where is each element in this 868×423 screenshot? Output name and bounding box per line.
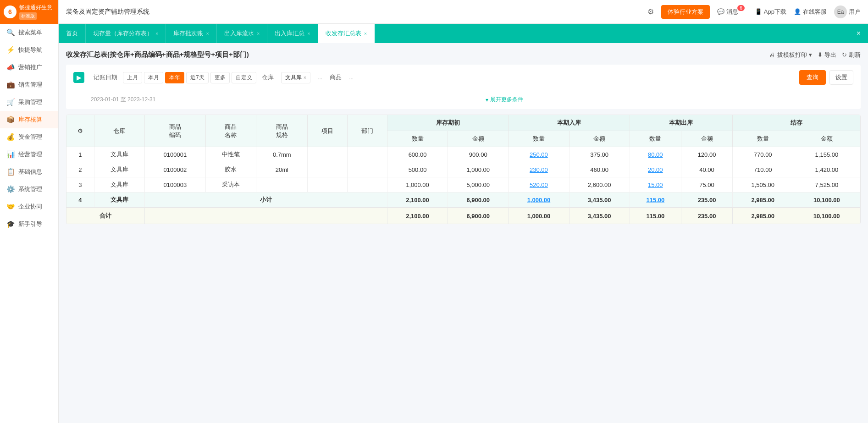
date-range-display: 2023-01-01 至 2023-12-31 <box>91 96 155 104</box>
export-button[interactable]: ⬇ 导出 <box>818 51 836 59</box>
st-out-qty[interactable]: 115.00 <box>630 192 681 208</box>
expand-conditions-button[interactable]: ▾ 展开更多条件 <box>486 96 523 104</box>
sidebar-item-marketing[interactable]: 📣营销推广 <box>0 59 58 76</box>
sidebar-item-operations[interactable]: 📊经营管理 <box>0 146 58 163</box>
sidebar-item-sales[interactable]: 💼销售管理 <box>0 76 58 93</box>
cell-in-amt: 460.00 <box>569 162 630 177</box>
cell-in-qty[interactable]: 230.00 <box>509 162 569 177</box>
tab-batch[interactable]: 库存批次账× <box>166 24 216 43</box>
cell-dept <box>348 147 387 162</box>
sidebar-item-capital[interactable]: 💰资金管理 <box>0 128 58 146</box>
cell-in-qty[interactable]: 250.00 <box>509 147 569 162</box>
th-begin-qty: 数量 <box>387 131 448 147</box>
inventory-icon: 📦 <box>6 115 15 124</box>
cell-begin-amt: 900.00 <box>448 147 509 162</box>
tab-label-flow: 出入库流水 <box>224 29 254 38</box>
tab-close-stock_dist[interactable]: × <box>155 31 158 36</box>
tab-close-flow[interactable]: × <box>257 31 260 36</box>
table-row: 1 文具库 0100001 中性笔 0.7mm 600.00 900.00 25… <box>66 147 860 162</box>
query-button[interactable]: 查询 <box>799 70 826 85</box>
st-label: 小计 <box>145 192 387 208</box>
message-badge: 6 <box>737 5 745 11</box>
page-action-area: 🖨 拔模板打印 ▾ ⬇ 导出 ↻ 刷新 <box>769 51 861 59</box>
message-button[interactable]: 💬 消息 6 <box>717 8 747 16</box>
cell-begin-qty: 600.00 <box>387 147 448 162</box>
th-in-qty: 数量 <box>509 131 569 147</box>
date-btn-近7天[interactable]: 近7天 <box>186 72 209 83</box>
sidebar-item-collab[interactable]: 🤝企业协同 <box>0 198 58 215</box>
tab-label-home: 首页 <box>66 29 78 38</box>
cell-code: 0100001 <box>145 147 205 162</box>
tab-stock_dist[interactable]: 现存量（库存分布表）× <box>86 24 166 43</box>
sidebar-item-quick[interactable]: ⚡快捷导航 <box>0 41 58 59</box>
footer-out-amt: 235.00 <box>681 208 732 224</box>
table-row: 3 文具库 0100003 采访本 1,000.00 5,000.00 520.… <box>66 177 860 192</box>
th-balance: 结存 <box>733 115 860 131</box>
th-name: 商品名称 <box>205 115 256 147</box>
th-settings[interactable]: ⚙ <box>66 115 94 147</box>
cell-name: 采访本 <box>205 177 256 192</box>
footer-bal-amt: 10,100.00 <box>793 208 860 224</box>
cell-bal-amt: 1,155.00 <box>793 147 860 162</box>
tab-close-summary[interactable]: × <box>307 31 310 36</box>
basicinfo-icon: 📋 <box>6 168 15 176</box>
th-in-amt: 金额 <box>569 131 630 147</box>
st-in-qty[interactable]: 1,000.00 <box>509 192 569 208</box>
st-no: 4 <box>66 192 94 208</box>
cell-in-qty[interactable]: 520.00 <box>509 177 569 192</box>
date-btn-本年[interactable]: 本年 <box>165 72 184 83</box>
st-begin-amt: 6,900.00 <box>448 192 509 208</box>
sidebar-item-inventory[interactable]: 📦库存核算 <box>0 111 58 128</box>
goods-more-dots[interactable]: ... <box>349 74 354 81</box>
cell-code: 0100002 <box>145 162 205 177</box>
app-download-button[interactable]: 📱 App下载 <box>755 8 786 16</box>
date-btn-自定义[interactable]: 自定义 <box>232 72 256 83</box>
date-btn-更多[interactable]: 更多 <box>210 72 230 83</box>
date-btn-上月[interactable]: 上月 <box>123 72 142 83</box>
print-button[interactable]: 🖨 拔模板打印 ▾ <box>769 51 812 59</box>
settings-gear-icon[interactable]: ⚙ <box>647 7 654 16</box>
cell-project <box>308 177 348 192</box>
cell-project <box>308 147 348 162</box>
cell-out-qty[interactable]: 20.00 <box>630 162 681 177</box>
tab-close-recv_summary[interactable]: × <box>364 31 367 36</box>
th-period-in: 本期入库 <box>509 115 630 131</box>
sidebar-item-purchase[interactable]: 🛒采购管理 <box>0 93 58 111</box>
cell-out-qty[interactable]: 15.00 <box>630 177 681 192</box>
sidebar-item-guide[interactable]: 🎓新手引导 <box>0 215 58 233</box>
user-button[interactable]: Ea 用户 <box>834 5 861 18</box>
date-buttons: 上月本月本年近7天更多自定义 <box>123 72 256 83</box>
chevron-down-icon: ▾ <box>809 51 812 58</box>
st-in-amt: 3,435.00 <box>569 192 630 208</box>
trial-button[interactable]: 体验行业方案 <box>661 5 710 19</box>
filter-settings-button[interactable]: 设置 <box>829 70 853 85</box>
tab-close-batch[interactable]: × <box>206 31 209 36</box>
st-begin-qty: 2,100.00 <box>387 192 448 208</box>
tab-bar-close-all[interactable]: × <box>849 29 868 38</box>
cell-begin-amt: 5,000.00 <box>448 177 509 192</box>
warehouse-tag[interactable]: 文具库 × <box>281 72 310 83</box>
online-service-button[interactable]: 👤 在线客服 <box>794 8 827 16</box>
tab-recv_summary[interactable]: 收发存汇总表× <box>318 24 375 43</box>
tab-summary[interactable]: 出入库汇总× <box>267 24 318 43</box>
footer-out-qty: 115.00 <box>630 208 681 224</box>
date-label: 记账日期 <box>94 73 117 82</box>
tab-flow[interactable]: 出入库流水× <box>217 24 267 43</box>
filter-toggle-button[interactable]: ▶ <box>73 72 84 83</box>
filter-middle: 仓库 文具库 × ... 商品 ... <box>262 72 354 83</box>
cell-out-amt: 40.00 <box>681 162 732 177</box>
th-out-amt: 金额 <box>681 131 732 147</box>
tab-home[interactable]: 首页 <box>59 24 86 43</box>
guide-icon: 🎓 <box>6 220 15 228</box>
sidebar-item-search[interactable]: 🔍搜索菜单 <box>0 24 58 41</box>
warehouse-tag-close-icon[interactable]: × <box>304 75 306 80</box>
warehouse-more-dots[interactable]: ... <box>318 74 322 81</box>
logo-text: 畅捷通好生意 <box>19 4 52 11</box>
sidebar-item-system[interactable]: ⚙️系统管理 <box>0 181 58 198</box>
filter-row: 记账日期 上月本月本年近7天更多自定义 仓库 文具库 × ... 商品 ... <box>94 72 792 83</box>
refresh-button[interactable]: ↻ 刷新 <box>842 51 861 59</box>
th-project: 项目 <box>308 115 348 147</box>
cell-out-qty[interactable]: 80.00 <box>630 147 681 162</box>
sidebar-item-basicinfo[interactable]: 📋基础信息 <box>0 163 58 181</box>
date-btn-本月[interactable]: 本月 <box>144 72 163 83</box>
